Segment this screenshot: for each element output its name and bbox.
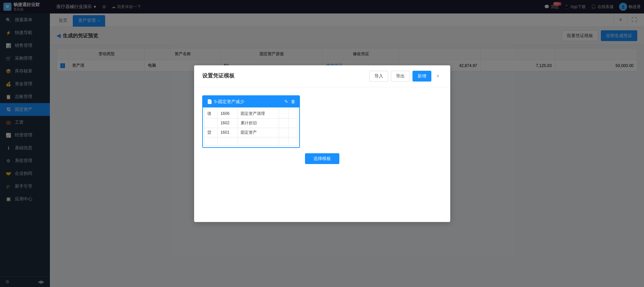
entry-name-0: 固定资产清理 xyxy=(238,109,279,118)
entry-name-1: 累计折旧 xyxy=(238,118,279,128)
entry-credit-1 xyxy=(288,118,298,128)
entry-type-0: 借 xyxy=(204,109,218,118)
template-entry-0: 借 1606 固定资产清理 xyxy=(204,109,298,118)
template-entry-1: 1602 累计折旧 xyxy=(204,118,298,128)
template-entry-2: 贷 1601 固定资产 xyxy=(204,128,298,137)
template-card: 📄 5-固定资产减少 ✎ 🗑 借 xyxy=(202,95,300,148)
entry-credit-2 xyxy=(288,128,298,137)
entry-debit-2 xyxy=(279,128,288,137)
entry-type-2: 贷 xyxy=(204,128,218,137)
select-template-area: 选择模板 xyxy=(202,153,442,164)
entry-code-3 xyxy=(218,137,238,146)
template-card-body: 借 1606 固定资产清理 1602 累计折旧 xyxy=(203,107,299,147)
export-btn[interactable]: 导出 xyxy=(391,71,410,82)
template-header-left: 📄 5-固定资产减少 xyxy=(207,99,245,105)
entry-name-2: 固定资产 xyxy=(238,128,279,137)
template-delete-icon[interactable]: 🗑 xyxy=(291,99,295,104)
entry-debit-0 xyxy=(279,109,288,118)
set-template-modal: 设置凭证模板 导入 导出 新增 × 📄 5-固定资产减少 xyxy=(194,65,450,222)
entry-code-0: 1606 xyxy=(218,109,238,118)
entry-debit-3 xyxy=(279,137,288,146)
entry-credit-3 xyxy=(288,137,298,146)
entry-type-1 xyxy=(204,118,218,128)
template-doc-icon: 📄 xyxy=(207,99,212,104)
template-entry-3 xyxy=(204,137,298,146)
modal-body: 📄 5-固定资产减少 ✎ 🗑 借 xyxy=(194,87,450,222)
entry-type-3 xyxy=(204,137,218,146)
template-entries-table: 借 1606 固定资产清理 1602 累计折旧 xyxy=(204,109,298,146)
template-edit-icon[interactable]: ✎ xyxy=(284,99,288,104)
modal-title: 设置凭证模板 xyxy=(202,72,235,79)
template-id-name: 5-固定资产减少 xyxy=(214,99,245,105)
select-template-btn[interactable]: 选择模板 xyxy=(305,153,339,164)
modal-close-btn[interactable]: × xyxy=(434,72,442,80)
new-btn[interactable]: 新增 xyxy=(412,71,431,82)
modal-header: 设置凭证模板 导入 导出 新增 × xyxy=(194,65,450,87)
entry-credit-0 xyxy=(288,109,298,118)
modal-header-actions: 导入 导出 新增 × xyxy=(369,71,442,82)
template-card-header: 📄 5-固定资产减少 ✎ 🗑 xyxy=(203,96,299,107)
modal-overlay: 设置凭证模板 导入 导出 新增 × 📄 5-固定资产减少 xyxy=(0,0,644,287)
template-card-header-actions: ✎ 🗑 xyxy=(284,99,295,104)
import-btn[interactable]: 导入 xyxy=(369,71,388,82)
entry-code-1: 1602 xyxy=(218,118,238,128)
entry-code-2: 1601 xyxy=(218,128,238,137)
entry-name-3 xyxy=(238,137,279,146)
entry-debit-1 xyxy=(279,118,288,128)
